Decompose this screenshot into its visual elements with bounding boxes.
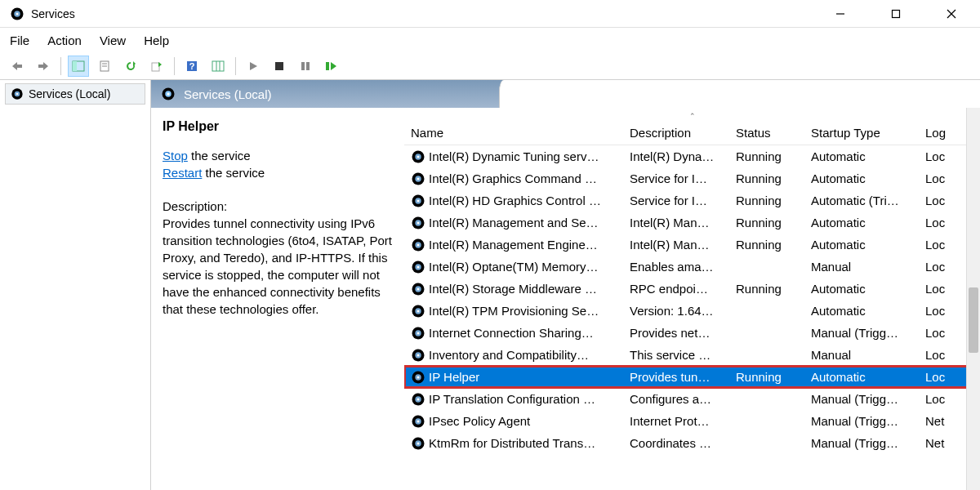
service-row[interactable]: Intel(R) Optane(TM) Memory…Enables ama…M… — [404, 256, 980, 278]
service-startup-cell: Automatic — [804, 216, 919, 229]
service-name-cell: Intel(R) TPM Provisioning Se… — [429, 304, 599, 318]
gear-icon — [11, 87, 24, 100]
service-startup-cell: Automatic — [804, 304, 919, 318]
minimize-button[interactable] — [822, 2, 859, 25]
svg-rect-18 — [275, 62, 283, 70]
service-status-cell: Running — [729, 172, 804, 185]
svg-rect-4 — [893, 10, 900, 17]
column-header-name[interactable]: Name — [404, 126, 623, 140]
service-desc-cell: Provides net… — [623, 326, 729, 340]
maximize-button[interactable] — [877, 2, 915, 25]
service-logon-cell: Loc — [919, 392, 960, 406]
service-logon-cell: Loc — [919, 282, 960, 296]
gear-icon — [411, 436, 425, 451]
stop-service-button[interactable] — [269, 56, 290, 77]
service-name-cell: IP Helper — [429, 370, 479, 384]
column-header-status[interactable]: Status — [729, 126, 804, 140]
service-row[interactable]: Intel(R) Management Engine…Intel(R) Man…… — [404, 234, 980, 256]
toolbar: ? — [0, 52, 980, 80]
restart-service-button[interactable] — [321, 56, 342, 77]
service-logon-cell: Net — [919, 436, 960, 450]
menu-file[interactable]: File — [10, 33, 29, 47]
service-row[interactable]: Inventory and Compatibility…This service… — [404, 344, 980, 366]
service-status-cell: Running — [729, 282, 804, 296]
service-row[interactable]: Intel(R) Storage Middleware …RPC endpoi…… — [404, 278, 980, 300]
close-button[interactable] — [933, 2, 970, 25]
service-logon-cell: Loc — [919, 172, 960, 185]
service-row[interactable]: Internet Connection Sharing…Provides net… — [404, 322, 980, 344]
show-hide-tree-button[interactable] — [68, 56, 89, 77]
service-row[interactable]: Intel(R) HD Graphics Control …Service fo… — [404, 189, 980, 212]
service-name-cell: Intel(R) Management and Se… — [429, 216, 599, 229]
menu-action[interactable]: Action — [47, 33, 82, 47]
service-startup-cell: Manual — [804, 348, 919, 362]
service-name-cell: Intel(R) HD Graphics Control … — [429, 194, 601, 207]
service-desc-cell: Provides tun… — [623, 370, 729, 384]
tree-item-services-local[interactable]: Services (Local) — [5, 83, 145, 105]
back-button[interactable] — [7, 56, 28, 77]
pause-service-button[interactable] — [295, 56, 316, 77]
service-name-cell: Internet Connection Sharing… — [429, 326, 594, 340]
properties-button[interactable] — [94, 56, 115, 77]
stop-service-link[interactable]: Stop — [163, 149, 188, 163]
window-title: Services — [31, 7, 75, 20]
service-status-cell: Running — [729, 194, 804, 207]
column-headers: Name Description Status Startup Type Log — [404, 121, 980, 145]
service-status-cell: Running — [729, 370, 804, 384]
gear-icon — [411, 172, 425, 186]
scroll-thumb[interactable] — [969, 287, 978, 353]
service-desc-cell: Internet Prot… — [623, 414, 729, 428]
columns-button[interactable] — [207, 56, 229, 77]
service-startup-cell: Manual (Trigg… — [804, 436, 919, 450]
service-name-cell: Intel(R) Graphics Command … — [429, 172, 597, 185]
service-status-cell: Running — [729, 216, 804, 229]
restart-service-link[interactable]: Restart — [163, 166, 202, 180]
service-desc-cell: RPC endpoi… — [623, 282, 729, 296]
service-logon-cell: Loc — [919, 326, 960, 340]
service-name-cell: Intel(R) Management Engine… — [429, 238, 598, 252]
service-startup-cell: Automatic (Tri… — [804, 194, 919, 207]
service-desc-cell: Service for I… — [623, 194, 729, 207]
service-row[interactable]: Intel(R) Graphics Command …Service for I… — [404, 167, 980, 189]
service-name-cell: IP Translation Configuration … — [429, 392, 595, 406]
menu-help[interactable]: Help — [144, 33, 169, 47]
tree-pane: Services (Local) — [0, 80, 151, 490]
service-startup-cell: Automatic — [804, 370, 919, 384]
refresh-button[interactable] — [120, 56, 141, 77]
gear-icon — [411, 194, 425, 208]
service-row[interactable]: IP Translation Configuration …Configures… — [404, 388, 980, 410]
description-text: Provides tunnel connectivity using IPv6 … — [163, 215, 393, 318]
service-row[interactable]: Intel(R) Dynamic Tuning serv…Intel(R) Dy… — [404, 145, 980, 167]
service-desc-cell: Service for I… — [623, 172, 729, 185]
vertical-scrollbar[interactable] — [966, 108, 980, 490]
help-button[interactable]: ? — [181, 56, 203, 77]
service-row[interactable]: Intel(R) Management and Se…Intel(R) Man…… — [404, 212, 980, 234]
svg-rect-20 — [306, 62, 310, 70]
gear-icon — [411, 414, 425, 429]
menu-view[interactable]: View — [100, 33, 126, 47]
gear-icon — [411, 260, 425, 274]
column-header-logon[interactable]: Log — [919, 126, 960, 140]
svg-rect-8 — [73, 61, 77, 71]
column-header-startup[interactable]: Startup Type — [804, 126, 919, 140]
service-row[interactable]: IP HelperProvides tun…RunningAutomaticLo… — [404, 366, 980, 388]
start-service-button[interactable] — [243, 56, 264, 77]
service-row[interactable]: IPsec Policy AgentInternet Prot…Manual (… — [404, 410, 980, 432]
svg-rect-21 — [326, 62, 329, 70]
service-startup-cell: Automatic — [804, 282, 919, 296]
column-header-description[interactable]: Description — [623, 126, 729, 140]
app-icon — [10, 7, 24, 21]
service-startup-cell: Manual (Trigg… — [804, 392, 919, 406]
forward-button[interactable] — [33, 56, 54, 77]
service-logon-cell: Loc — [919, 216, 960, 229]
gear-icon — [411, 348, 425, 363]
tree-item-label: Services (Local) — [29, 87, 110, 100]
service-row[interactable]: KtmRm for Distributed Trans…Coordinates … — [404, 432, 980, 454]
service-logon-cell: Loc — [919, 194, 960, 207]
service-status-cell: Running — [729, 238, 804, 252]
export-list-button[interactable] — [146, 56, 167, 77]
service-row[interactable]: Intel(R) TPM Provisioning Se…Version: 1.… — [404, 300, 980, 322]
service-name-cell: Intel(R) Optane(TM) Memory… — [429, 260, 599, 274]
service-startup-cell: Manual (Trigg… — [804, 414, 919, 428]
service-desc-cell: Enables ama… — [623, 260, 729, 274]
